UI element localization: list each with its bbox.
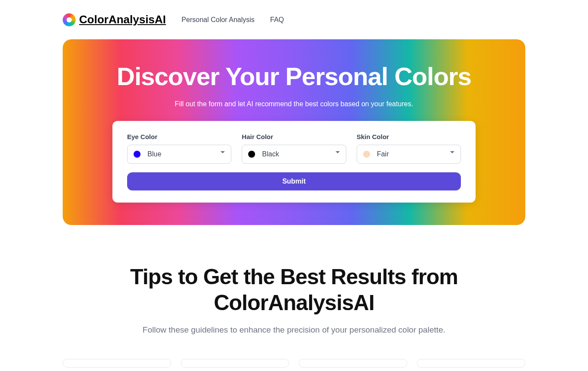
brand-name: ColorAnalysisAI [79, 13, 166, 26]
hair-color-label: Hair Color [242, 133, 346, 140]
tips-title: Tips to Get the Best Results from ColorA… [117, 264, 471, 316]
nav-link-personal-color-analysis[interactable]: Personal Color Analysis [182, 16, 255, 24]
hero-title: Discover Your Personal Colors [80, 62, 508, 91]
form-row: Eye Color Blue Hair Color Black Skin Col… [127, 133, 461, 164]
nav: ColorAnalysisAI Personal Color Analysis … [63, 13, 525, 26]
eye-color-label: Eye Color [127, 133, 231, 140]
tip-card [299, 359, 407, 368]
field-eye-color: Eye Color Blue [127, 133, 231, 164]
field-skin-color: Skin Color Fair [357, 133, 461, 164]
fair-swatch-icon [363, 151, 370, 158]
tips-subtitle: Follow these guidelines to enhance the p… [63, 325, 525, 335]
tips-section: Tips to Get the Best Results from ColorA… [63, 264, 525, 371]
field-hair-color: Hair Color Black [242, 133, 346, 164]
color-form-card: Eye Color Blue Hair Color Black Skin Col… [112, 121, 476, 203]
hero-section: Discover Your Personal Colors Fill out t… [63, 39, 525, 225]
tip-card [417, 359, 525, 368]
blue-swatch-icon [134, 151, 141, 158]
tip-card [63, 359, 171, 368]
skin-color-label: Skin Color [357, 133, 461, 140]
tip-card [181, 359, 289, 368]
color-wheel-icon [63, 13, 76, 26]
skin-color-select[interactable]: Fair [357, 145, 461, 164]
hair-color-select[interactable]: Black [242, 145, 346, 164]
eye-color-select[interactable]: Blue [127, 145, 231, 164]
submit-button[interactable]: Submit [127, 172, 461, 190]
header: ColorAnalysisAI Personal Color Analysis … [63, 0, 525, 39]
nav-link-faq[interactable]: FAQ [270, 16, 284, 24]
skin-color-value: Fair [377, 150, 389, 158]
black-swatch-icon [248, 151, 255, 158]
eye-color-value: Blue [147, 150, 161, 158]
hero-subtitle: Fill out the form and let AI recommend t… [80, 100, 508, 108]
logo-link[interactable]: ColorAnalysisAI [63, 13, 166, 26]
tips-grid [63, 359, 525, 368]
hair-color-value: Black [262, 150, 279, 158]
